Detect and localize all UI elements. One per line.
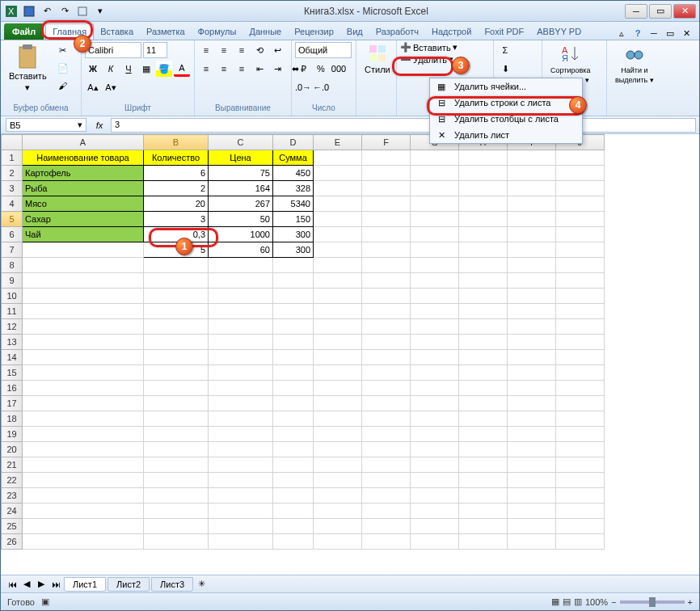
number-format-input[interactable] — [295, 42, 352, 58]
cell-F16[interactable] — [362, 381, 411, 396]
cell-H12[interactable] — [459, 319, 508, 335]
cell-A3[interactable]: Рыба — [23, 181, 144, 196]
cell-F4[interactable] — [362, 196, 411, 212]
cut-button[interactable]: ✂ — [55, 42, 71, 58]
cell-I1[interactable] — [508, 150, 556, 166]
sheet-nav-prev[interactable]: ◀ — [20, 578, 33, 591]
cell-D20[interactable] — [273, 442, 314, 457]
cell-J13[interactable] — [556, 335, 605, 350]
cell-C11[interactable] — [209, 304, 273, 319]
cell-C22[interactable] — [209, 473, 273, 488]
row-header-12[interactable]: 12 — [2, 319, 23, 335]
cell-A17[interactable] — [23, 396, 144, 411]
cell-G5[interactable] — [411, 212, 459, 227]
cell-D13[interactable] — [273, 335, 314, 350]
cell-A15[interactable] — [23, 365, 144, 381]
cell-G20[interactable] — [411, 442, 459, 457]
doc-minimize-button[interactable]: ─ — [647, 27, 660, 40]
cell-E17[interactable] — [314, 396, 362, 411]
cell-B13[interactable] — [144, 335, 209, 350]
fill-color-button[interactable]: 🪣 — [156, 61, 172, 77]
cell-A25[interactable] — [23, 519, 144, 534]
cell-D12[interactable] — [273, 319, 314, 335]
cell-G19[interactable] — [411, 427, 459, 442]
tab-developer[interactable]: Разработч — [369, 24, 425, 40]
cell-C5[interactable]: 50 — [209, 212, 273, 227]
cell-F10[interactable] — [362, 289, 411, 304]
cell-A14[interactable] — [23, 350, 144, 365]
italic-button[interactable]: К — [103, 61, 119, 77]
cell-D26[interactable] — [273, 534, 314, 550]
cell-A22[interactable] — [23, 473, 144, 488]
cell-B21[interactable] — [144, 457, 209, 473]
cell-G6[interactable] — [411, 227, 459, 242]
cell-G26[interactable] — [411, 534, 459, 550]
underline-button[interactable]: Ч — [120, 61, 137, 77]
worksheet-grid[interactable]: ABCDEFGHIJ1Наименование товараКоличество… — [1, 134, 699, 575]
row-header-10[interactable]: 10 — [2, 289, 23, 304]
cell-E20[interactable] — [314, 442, 362, 457]
row-header-21[interactable]: 21 — [2, 457, 23, 473]
cell-H8[interactable] — [459, 258, 508, 273]
tab-view[interactable]: Вид — [340, 24, 369, 40]
cell-A24[interactable] — [23, 504, 144, 519]
cell-H1[interactable] — [459, 150, 508, 166]
cell-C18[interactable] — [209, 411, 273, 427]
cell-E4[interactable] — [314, 196, 362, 212]
wrap-text-button[interactable]: ↩ — [269, 42, 285, 58]
cell-F12[interactable] — [362, 319, 411, 335]
cell-D1[interactable]: Сумма — [273, 150, 314, 166]
cell-C8[interactable] — [209, 258, 273, 273]
cell-G14[interactable] — [411, 350, 459, 365]
select-all-corner[interactable] — [2, 135, 23, 150]
redo-button[interactable]: ↷ — [57, 4, 72, 19]
view-pagebreak-button[interactable]: ▥ — [574, 596, 582, 607]
cell-A5[interactable]: Сахар — [23, 212, 144, 227]
paste-button[interactable]: Вставить ▾ — [4, 42, 52, 95]
tab-layout[interactable]: Разметка — [140, 24, 192, 40]
cell-E23[interactable] — [314, 488, 362, 504]
cell-F7[interactable] — [362, 242, 411, 258]
zoom-out-button[interactable]: − — [611, 597, 616, 607]
cell-A23[interactable] — [23, 488, 144, 504]
cell-E19[interactable] — [314, 427, 362, 442]
cell-F21[interactable] — [362, 457, 411, 473]
cell-B12[interactable] — [144, 319, 209, 335]
cell-G3[interactable] — [411, 181, 459, 196]
cell-C1[interactable]: Цена — [209, 150, 273, 166]
font-size-input[interactable] — [143, 42, 167, 58]
cell-H22[interactable] — [459, 473, 508, 488]
cell-E11[interactable] — [314, 304, 362, 319]
cell-I5[interactable] — [508, 212, 556, 227]
cell-D3[interactable]: 328 — [273, 181, 314, 196]
row-header-18[interactable]: 18 — [2, 411, 23, 427]
cell-I24[interactable] — [508, 504, 556, 519]
cell-H14[interactable] — [459, 350, 508, 365]
border-button[interactable]: ▦ — [138, 61, 154, 77]
comma-button[interactable]: 000 — [331, 61, 347, 77]
cell-I12[interactable] — [508, 319, 556, 335]
cell-D23[interactable] — [273, 488, 314, 504]
cell-I9[interactable] — [508, 273, 556, 289]
cell-J10[interactable] — [556, 289, 605, 304]
cell-I2[interactable] — [508, 166, 556, 181]
cell-D16[interactable] — [273, 381, 314, 396]
cell-D14[interactable] — [273, 350, 314, 365]
cell-G23[interactable] — [411, 488, 459, 504]
cell-G11[interactable] — [411, 304, 459, 319]
cell-E22[interactable] — [314, 473, 362, 488]
cell-A11[interactable] — [23, 304, 144, 319]
cell-F22[interactable] — [362, 473, 411, 488]
cell-J23[interactable] — [556, 488, 605, 504]
cell-I22[interactable] — [508, 473, 556, 488]
cell-I14[interactable] — [508, 350, 556, 365]
qat-dropdown[interactable]: ▾ — [93, 4, 108, 19]
minimize-ribbon-button[interactable]: ▵ — [615, 27, 628, 40]
cell-I23[interactable] — [508, 488, 556, 504]
cell-D8[interactable] — [273, 258, 314, 273]
cell-C23[interactable] — [209, 488, 273, 504]
cell-G9[interactable] — [411, 273, 459, 289]
cell-C19[interactable] — [209, 427, 273, 442]
cell-H11[interactable] — [459, 304, 508, 319]
cell-I10[interactable] — [508, 289, 556, 304]
